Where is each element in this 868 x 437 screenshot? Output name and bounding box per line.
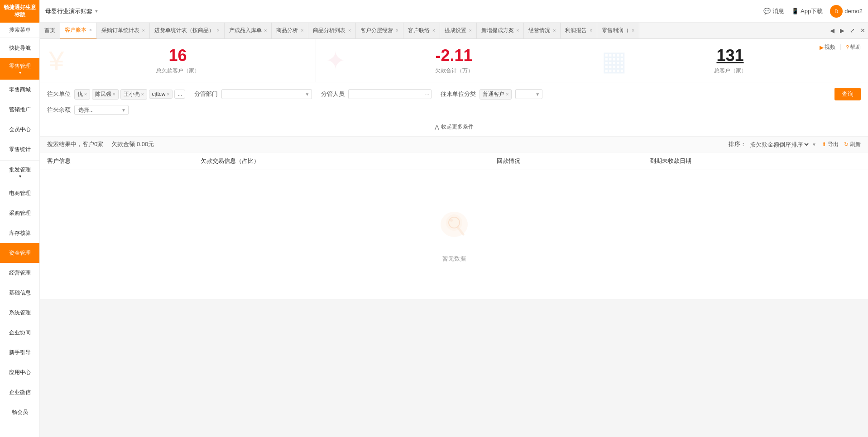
sidebar-item-vip-member[interactable]: 畅会员 bbox=[0, 402, 39, 422]
sidebar-item-retail-mall[interactable]: 零售商城 bbox=[0, 80, 39, 100]
store-selector[interactable]: 母婴行业演示账套 ▼ bbox=[45, 7, 99, 15]
sidebar-divider-1 bbox=[0, 160, 39, 161]
filter-tag-qiu-close[interactable]: × bbox=[84, 92, 87, 97]
tab-inbound-stats-close[interactable]: × bbox=[217, 28, 220, 33]
tab-next-btn[interactable]: ▶ bbox=[837, 23, 847, 39]
export-btn[interactable]: ⬆ 导出 bbox=[822, 141, 839, 148]
filter-tag-cjttcw-close[interactable]: × bbox=[167, 92, 170, 97]
tab-inbound-stats[interactable]: 进货单统计表（按商品） × bbox=[150, 23, 225, 39]
filter-tag-chen[interactable]: 陈民强 × bbox=[92, 89, 119, 100]
message-button[interactable]: 💬 消息 bbox=[763, 7, 784, 15]
collapse-btn[interactable]: ⋀ 收起更多条件 bbox=[431, 121, 477, 133]
tab-home[interactable]: 首页 bbox=[40, 23, 60, 39]
video-help-btn[interactable]: ▶ 视频 bbox=[820, 43, 835, 51]
video-help-label: 视频 bbox=[825, 43, 835, 51]
dept-input[interactable] bbox=[221, 89, 312, 99]
sidebar-item-purchase[interactable]: 采购管理 bbox=[0, 203, 39, 223]
sidebar-item-enterprise-coop[interactable]: 企业协同 bbox=[0, 323, 39, 342]
filter-tag-qiu[interactable]: 仇 × bbox=[74, 89, 90, 100]
tabbar: 首页 客户账本 × 采购订单统计表 × 进货单统计表（按商品） × 产成品入库单… bbox=[40, 23, 868, 39]
sidebar-item-basic-info[interactable]: 基础信息 bbox=[0, 283, 39, 303]
filter-unit-more-btn[interactable]: ... bbox=[174, 90, 185, 99]
tab-customer-contact-label: 客户联络 bbox=[408, 27, 430, 34]
sidebar-item-member-center[interactable]: 会员中心 bbox=[0, 119, 39, 139]
tab-profit-report-label: 利润报告 bbox=[565, 27, 587, 34]
sidebar-item-new-guide[interactable]: 新手引导 bbox=[0, 342, 39, 362]
tab-customer-tier-label: 客户分层经营 bbox=[360, 27, 393, 34]
sidebar-search-item[interactable]: 搜索菜单 bbox=[0, 23, 39, 38]
sidebar-item-inventory[interactable]: 库存核算 bbox=[0, 223, 39, 243]
tab-prev-btn[interactable]: ◀ bbox=[827, 23, 837, 39]
tab-ops-situation-close[interactable]: × bbox=[553, 28, 556, 33]
person-input[interactable] bbox=[348, 89, 432, 99]
filter-tag-cjttcw[interactable]: cjttcw × bbox=[149, 90, 173, 99]
tab-new-mention-plan[interactable]: 新增提成方案 × bbox=[477, 23, 524, 39]
sort-select[interactable]: 按欠款金额倒序排序 bbox=[748, 141, 810, 148]
empty-state-row: 暂无数据 bbox=[40, 170, 868, 299]
sidebar-item-marketing[interactable]: 营销推广 bbox=[0, 100, 39, 119]
sidebar-item-ops[interactable]: 经营管理 bbox=[0, 263, 39, 283]
tab-production-inbound[interactable]: 产成品入库单 × bbox=[225, 23, 272, 39]
svg-point-5 bbox=[450, 219, 453, 222]
tab-purchase-order-stats-close[interactable]: × bbox=[142, 28, 145, 33]
tab-production-inbound-close[interactable]: × bbox=[264, 28, 267, 33]
tab-customer-tier-close[interactable]: × bbox=[396, 28, 398, 33]
tab-product-analysis[interactable]: 商品分析 × bbox=[272, 23, 308, 39]
tab-new-mention-plan-close[interactable]: × bbox=[517, 28, 519, 33]
person-input-more-icon[interactable]: ··· bbox=[425, 92, 429, 97]
result-text: 搜索结果中，客户0家 bbox=[47, 141, 103, 147]
app-download-button[interactable]: 📱 App下载 bbox=[791, 7, 823, 15]
refresh-btn[interactable]: ↻ 刷新 bbox=[844, 141, 861, 148]
filter-tag-wang-close[interactable]: × bbox=[141, 92, 144, 97]
filter-tag-normal-customer-label: 普通客户 bbox=[483, 90, 504, 98]
tab-profit-report[interactable]: 利润报告 × bbox=[561, 23, 597, 39]
filter-tag-chen-close[interactable]: × bbox=[113, 92, 115, 97]
table-header: 客户信息 欠款交易信息（占比） 回款情况 到期未收款日期 bbox=[40, 152, 868, 170]
tab-product-analysis-list-close[interactable]: × bbox=[348, 28, 351, 33]
tab-product-analysis-list[interactable]: 商品分析列表 × bbox=[308, 23, 356, 39]
query-button[interactable]: 查询 bbox=[834, 88, 861, 100]
tab-product-analysis-close[interactable]: × bbox=[301, 28, 303, 33]
table-header-row: 客户信息 欠款交易信息（占比） 回款情况 到期未收款日期 bbox=[40, 152, 868, 170]
sidebar-item-quick-nav[interactable]: 快捷导航 bbox=[0, 38, 39, 58]
question-icon: ? bbox=[846, 44, 849, 51]
tab-mention-settings-close[interactable]: × bbox=[469, 28, 472, 33]
balance-select[interactable]: 选择... bbox=[74, 105, 129, 115]
tab-product-analysis-list-label: 商品分析列表 bbox=[313, 27, 345, 34]
tab-customer-contact-close[interactable]: × bbox=[432, 28, 435, 33]
sidebar-item-retail-mgmt[interactable]: 零售管理 ▾ bbox=[0, 58, 39, 80]
tab-customer-tier[interactable]: 客户分层经营 × bbox=[356, 23, 403, 39]
filter-tag-normal-customer-close[interactable]: × bbox=[506, 92, 508, 97]
tab-purchase-order-stats[interactable]: 采购订单统计表 × bbox=[97, 23, 150, 39]
user-profile[interactable]: D demo2 bbox=[830, 5, 863, 18]
sidebar-item-retail-stats[interactable]: 零售统计 bbox=[0, 139, 39, 159]
sidebar-item-finance[interactable]: 资金管理 bbox=[0, 243, 39, 263]
category-select[interactable] bbox=[515, 89, 542, 99]
tab-mention-settings[interactable]: 提成设置 × bbox=[440, 23, 477, 39]
sidebar-item-app-center[interactable]: 应用中心 bbox=[0, 362, 39, 382]
tab-close-all-btn[interactable]: ✕ bbox=[858, 23, 868, 39]
tab-controls: ◀ ▶ ⤢ ✕ bbox=[827, 23, 868, 39]
filter-unit-tags: 仇 × 陈民强 × 王小亮 × cjttcw × bbox=[74, 89, 185, 100]
tab-retail-profit[interactable]: 零售利润（ × bbox=[597, 23, 639, 39]
tab-profit-report-close[interactable]: × bbox=[590, 28, 592, 33]
sidebar-item-ecommerce[interactable]: 电商管理 bbox=[0, 183, 39, 203]
text-help-btn[interactable]: ? 帮助 bbox=[846, 43, 861, 51]
tab-purchase-order-stats-label: 采购订单统计表 bbox=[101, 27, 139, 34]
filter-tag-normal-customer[interactable]: 普通客户 × bbox=[480, 89, 512, 100]
topbar-right: 💬 消息 📱 App下载 D demo2 bbox=[763, 5, 863, 18]
filter-tag-wang[interactable]: 王小亮 × bbox=[120, 89, 147, 100]
chevron-up-icon: ⋀ bbox=[435, 124, 439, 130]
tab-expand-btn[interactable]: ⤢ bbox=[847, 23, 858, 39]
empty-icon bbox=[434, 206, 475, 251]
sidebar-item-wholesale-mgmt[interactable]: 批发管理 ▾ bbox=[0, 162, 39, 183]
refresh-label: 刷新 bbox=[850, 141, 861, 148]
stat-credit-amount-label: 欠款合计（万） bbox=[435, 67, 473, 75]
sidebar-item-enterprise-wx[interactable]: 企业微信 bbox=[0, 382, 39, 402]
tab-ops-situation[interactable]: 经营情况 × bbox=[524, 23, 561, 39]
tab-customer-book[interactable]: 客户账本 × bbox=[60, 23, 97, 39]
sidebar-item-system-mgmt[interactable]: 系统管理 bbox=[0, 303, 39, 323]
tab-customer-contact[interactable]: 客户联络 × bbox=[403, 23, 440, 39]
tab-customer-book-close[interactable]: × bbox=[89, 28, 92, 33]
tab-retail-profit-close[interactable]: × bbox=[632, 28, 634, 33]
